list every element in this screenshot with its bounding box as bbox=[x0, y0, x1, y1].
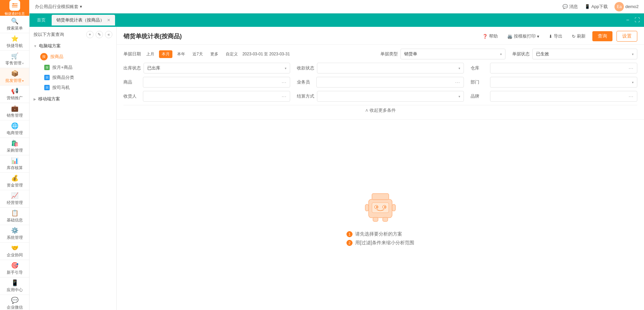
industry-selector[interactable]: 办公用品行业模拟账套 ▾ bbox=[35, 4, 82, 10]
salesperson-input[interactable]: ··· bbox=[316, 77, 464, 88]
sidebar-item-purchase[interactable]: 🛍️ 采购管理 bbox=[0, 138, 30, 155]
svg-rect-11 bbox=[383, 217, 388, 221]
query-button[interactable]: 查询 bbox=[592, 31, 612, 41]
sidebar-item-finance[interactable]: 💰 资金管理 bbox=[0, 173, 30, 190]
outbound-status-input[interactable]: 已出库 ▾ bbox=[144, 63, 290, 73]
warehouse-label: 仓库 bbox=[471, 65, 487, 71]
receipt-status-input[interactable]: ▾ bbox=[317, 63, 464, 73]
settings-button[interactable]: 设置 bbox=[616, 31, 637, 42]
solution-item-by-sima[interactable]: 回 按司马机 bbox=[30, 83, 116, 93]
tab-report[interactable]: 销货单统计表（按商品） ✕ bbox=[52, 15, 115, 25]
tab-expand-icon[interactable]: ⛶ bbox=[633, 16, 641, 24]
product-dots-icon[interactable]: ··· bbox=[282, 80, 287, 85]
date-btn-more[interactable]: 更多 bbox=[208, 50, 221, 58]
help-button[interactable]: ❓ 帮助 bbox=[480, 32, 500, 41]
sales-icon: 💼 bbox=[11, 105, 18, 112]
refresh-button[interactable]: ↻ 刷新 bbox=[569, 32, 588, 41]
sidebar-item-retail[interactable]: 🛒 零售管理 ▾ bbox=[0, 51, 30, 68]
date-btn-7days[interactable]: 近7天 bbox=[190, 50, 206, 58]
sidebar: 畅捷通好生意 🔍 搜索菜单 ⭐ 快捷导航 🛒 零售管理 ▾ 📦 批发管理 ▾ 📢… bbox=[0, 0, 30, 310]
message-button[interactable]: 💬 消息 bbox=[562, 4, 578, 10]
collapse-more-conditions-button[interactable]: ∧ 收起更多条件 bbox=[123, 105, 637, 115]
doc-type-label: 单据类型 bbox=[380, 51, 398, 57]
tab-minimize-icon[interactable]: − bbox=[625, 16, 631, 24]
mobile-group-header[interactable]: ▶ 移动端方案 bbox=[30, 94, 116, 104]
svg-rect-9 bbox=[392, 204, 395, 211]
print-template-button[interactable]: 🖨️ 按模板打印 ▾ bbox=[504, 32, 542, 41]
marketing-icon: 📢 bbox=[11, 87, 18, 95]
settings-label: 设置 bbox=[622, 33, 632, 39]
sidebar-item-basic-info[interactable]: 📋 基础信息 bbox=[0, 208, 30, 225]
sidebar-item-marketing[interactable]: 📢 营销推广 bbox=[0, 86, 30, 103]
desktop-group-header[interactable]: ▼ 电脑端方案 bbox=[30, 41, 116, 51]
app-download-button[interactable]: 📱 App下载 bbox=[585, 4, 608, 10]
sidebar-item-wholesale[interactable]: 📦 批发管理 ▾ bbox=[0, 68, 30, 86]
doc-type-field: 单据类型 销货单 ▾ bbox=[380, 49, 505, 59]
date-btn-last-month[interactable]: 上月 bbox=[144, 50, 157, 58]
warehouse-dots-icon[interactable]: ··· bbox=[629, 65, 634, 71]
date-selector: 上月 本月 本年 近7天 更多 自定义 2023-03-01 至 2023-03… bbox=[144, 49, 374, 59]
main-area: 办公用品行业模拟账套 ▾ 💬 消息 📱 App下载 Ea demo2 首页 bbox=[30, 0, 644, 310]
product-input[interactable]: ··· bbox=[143, 77, 290, 88]
date-btn-this-year[interactable]: 本年 bbox=[174, 50, 188, 58]
dropdown-arrow-icon: ▾ bbox=[80, 4, 82, 9]
collapse-panel-button[interactable]: « bbox=[105, 31, 112, 38]
basic-info-icon: 📋 bbox=[11, 209, 18, 217]
system-icon: ⚙️ bbox=[11, 227, 18, 234]
date-btn-this-month[interactable]: 本月 bbox=[159, 50, 172, 58]
sidebar-item-quick-nav[interactable]: ⭐ 快捷导航 bbox=[0, 33, 30, 51]
receipt-status-label: 收款状态 bbox=[297, 65, 314, 71]
brand-input[interactable]: ··· bbox=[490, 91, 637, 102]
department-input[interactable]: ▾ bbox=[490, 77, 637, 88]
app-download-label: App下载 bbox=[591, 4, 608, 10]
user-profile[interactable]: Ea demo2 bbox=[614, 2, 639, 11]
empty-state: 1 请先选择要分析的方案 2 用[过滤]条件来缩小分析范围 bbox=[117, 120, 644, 310]
sidebar-item-enterprise[interactable]: 🤝 企业协同 bbox=[0, 243, 30, 260]
query-label: 查询 bbox=[598, 33, 607, 39]
date-btn-custom[interactable]: 自定义 bbox=[223, 50, 240, 58]
sidebar-item-search-menu[interactable]: 🔍 搜索菜单 bbox=[0, 16, 30, 33]
warehouse-input[interactable]: ··· bbox=[490, 63, 637, 73]
left-panel-title: 按以下方案查询 bbox=[34, 32, 64, 38]
solution-item-by-month-product[interactable]: 按 按月+商品 bbox=[30, 62, 116, 72]
solution-item-by-product[interactable]: 按 按商品 bbox=[30, 51, 116, 62]
doc-type-input[interactable]: 销货单 ▾ bbox=[400, 49, 505, 59]
salesperson-dots-icon[interactable]: ··· bbox=[455, 80, 460, 85]
sidebar-item-sales[interactable]: 💼 销售管理 bbox=[0, 103, 30, 120]
tip-num-2: 2 bbox=[346, 240, 353, 246]
sidebar-item-newbie[interactable]: 🎯 新手引导 bbox=[0, 260, 30, 277]
sidebar-item-app-center[interactable]: 📱 应用中心 bbox=[0, 277, 30, 295]
left-panel-header-actions: + ✎ « bbox=[86, 31, 112, 38]
print-icon: 🖨️ bbox=[507, 34, 513, 39]
app-name: 畅捷通好生意 bbox=[5, 11, 25, 16]
pay-method-dropdown-icon: ▾ bbox=[459, 95, 460, 98]
tab-close-icon[interactable]: ✕ bbox=[107, 18, 110, 22]
recipient-input[interactable]: ··· bbox=[143, 91, 290, 102]
salesperson-label: 业务员 bbox=[297, 79, 314, 85]
tab-report-label: 销货单统计表（按商品） bbox=[56, 17, 104, 23]
logo-icon bbox=[9, 0, 20, 11]
desktop-group: ▼ 电脑端方案 按 按商品 按 按月+商品 bbox=[30, 41, 116, 93]
print-template-label: 按模板打印 bbox=[514, 33, 536, 39]
filter-row-2: 出库状态 已出库 ▾ 收款状态 ▾ 仓库 bbox=[123, 63, 637, 73]
tab-bar-actions: − ⛶ bbox=[625, 16, 641, 24]
doc-type-dropdown-icon: ▾ bbox=[500, 52, 502, 56]
sidebar-item-ecommerce[interactable]: 🌐 电商管理 bbox=[0, 120, 30, 138]
export-button[interactable]: ⬇ 导出 bbox=[546, 32, 565, 41]
brand-dots-icon[interactable]: ··· bbox=[629, 94, 634, 99]
app-center-icon: 📱 bbox=[11, 279, 18, 287]
warehouse-field: 仓库 ··· bbox=[471, 63, 637, 73]
svg-point-12 bbox=[375, 206, 376, 207]
recipient-dots-icon[interactable]: ··· bbox=[282, 94, 287, 99]
export-label: 导出 bbox=[554, 33, 562, 39]
solution-item-by-category[interactable]: 回 按商品分类 bbox=[30, 72, 116, 83]
add-scheme-button[interactable]: + bbox=[86, 31, 94, 38]
edit-scheme-button[interactable]: ✎ bbox=[96, 31, 103, 38]
sidebar-item-system[interactable]: ⚙️ 系统管理 bbox=[0, 225, 30, 243]
sidebar-item-inventory[interactable]: 📊 库存核算 bbox=[0, 155, 30, 173]
pay-method-input[interactable]: ▾ bbox=[317, 91, 464, 102]
tab-home[interactable]: 首页 bbox=[32, 15, 50, 25]
sidebar-item-operations[interactable]: 📈 经营管理 bbox=[0, 190, 30, 208]
doc-status-input[interactable]: 已生效 ▾ bbox=[532, 49, 637, 59]
sidebar-item-wechat[interactable]: 💬 企业微信 bbox=[0, 295, 30, 310]
